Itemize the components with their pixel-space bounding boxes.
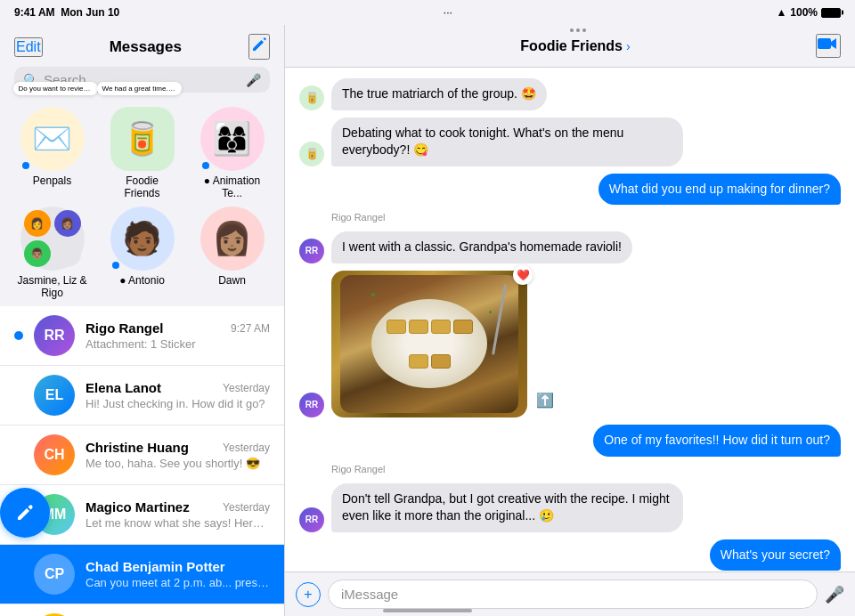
unread-dot-rigo <box>14 331 23 340</box>
message-bubble: Don't tell Grandpa, but I got creative w… <box>331 483 683 532</box>
message-row-sent: One of my favorites!! How did it turn ou… <box>299 425 841 457</box>
svg-rect-0 <box>818 38 831 49</box>
dawn-name: Dawn <box>218 274 246 287</box>
dawn-avatar: 👩🏽 <box>200 207 265 271</box>
jasmine-name: ● Animation Te... <box>197 174 268 199</box>
elena-time: Yesterday <box>223 382 270 394</box>
mic-button[interactable]: 🎤 <box>825 585 844 604</box>
drag-dot <box>582 28 586 32</box>
message-row: 🥫 Debating what to cook tonight. What's … <box>299 118 841 166</box>
status-right: ▲ 100% <box>776 6 841 19</box>
message-row: RR I went with a classic. Grandpa's home… <box>299 231 841 263</box>
status-time: 9:41 AM Mon Jun 10 <box>14 6 119 19</box>
chat-input-area: + iMessage 🎤 <box>285 571 855 616</box>
penpals-unread <box>22 162 29 169</box>
home-indicator <box>383 609 472 612</box>
group-avatar-sm: 🥫 <box>299 142 324 166</box>
chat-panel: Foodie Friends › 🥫 The true matriarch of… <box>285 25 855 616</box>
christine-name: Christine Huang <box>86 440 189 455</box>
antonio-name: ● Antonio <box>119 274 165 287</box>
video-call-button[interactable] <box>816 34 841 58</box>
pinned-row2: 👩 👩🏽 👨🏽 Jasmine, Liz & Rigo 🧑🏾 ● Antonio <box>11 207 273 299</box>
christine-preview: Me too, haha. See you shortly! 😎 <box>86 457 270 470</box>
wifi-icon: ▲ <box>776 6 786 19</box>
pinned-section: Do you want to review all the rend... ✉️… <box>0 100 284 306</box>
rigo-avatar: RR <box>34 315 75 356</box>
message-row: RR Don't tell Grandpa, but I got creativ… <box>299 483 841 532</box>
jasmine-avatar: 👩‍👩‍👦 <box>200 107 265 171</box>
penpals-name: Penpals <box>33 174 71 187</box>
chad-avatar: CP <box>34 554 75 595</box>
messages-panel: Edit Messages 🔍 Search 🎤 <box>0 25 285 616</box>
elena-avatar: EL <box>34 375 75 416</box>
group-avatar-sm: 🥫 <box>299 85 324 110</box>
status-center: ··· <box>444 6 452 19</box>
chat-chevron-icon: › <box>626 39 631 53</box>
battery-icon <box>821 8 841 18</box>
jasmine-liz-avatar: 👩 👩🏽 👨🏽 <box>20 207 85 271</box>
image-message[interactable]: ❤️ ⬆️ <box>331 271 527 417</box>
pinned-item-jasmine[interactable]: 👩‍👩‍👦 ● Animation Te... <box>191 107 273 199</box>
conversation-chad-potter[interactable]: CP Chad Benjamin Potter Can you meet at … <box>0 545 284 604</box>
elena-name: Elena Lanot <box>86 380 161 395</box>
elena-preview: Hi! Just checking in. How did it go? <box>86 397 270 410</box>
chat-title-wrap[interactable]: Foodie Friends › <box>520 38 630 54</box>
edit-button[interactable]: Edit <box>14 37 43 57</box>
pinned-item-jasmine-liz[interactable]: 👩 👩🏽 👨🏽 Jasmine, Liz & Rigo <box>11 207 94 299</box>
rigo-avatar-sm3: RR <box>299 507 324 532</box>
rigo-preview: Attachment: 1 Sticker <box>86 337 270 351</box>
pinned-item-penpals[interactable]: Do you want to review all the rend... ✉️… <box>11 107 94 199</box>
drag-dot <box>570 28 574 32</box>
conversation-jenny-court[interactable]: JC Jenny Court Yesterday Can't wait to s… <box>0 604 284 616</box>
foodie-friends-avatar: 🥫 <box>110 107 175 171</box>
sender-label: Rigo Rangel <box>331 212 841 223</box>
foodie-friends-name: Foodie Friends <box>107 174 178 199</box>
chat-title: Foodie Friends <box>520 38 623 54</box>
rigo-avatar-sm2: RR <box>299 393 324 417</box>
conversation-christine-huang[interactable]: CH Christine Huang Yesterday Me too, hah… <box>0 426 284 485</box>
input-placeholder: iMessage <box>341 587 398 602</box>
rigo-name: Rigo Rangel <box>86 320 164 336</box>
share-button[interactable]: ⬆️ <box>536 392 554 409</box>
message-row-sent: What's your secret? <box>299 539 841 571</box>
pinned-item-dawn[interactable]: 👩🏽 Dawn <box>191 207 273 299</box>
message-row-image: RR <box>299 271 841 417</box>
app-container: Edit Messages 🔍 Search 🎤 <box>0 25 855 616</box>
penpals-bubble: Do you want to review all the rend... <box>13 82 98 95</box>
status-bar: 9:41 AM Mon Jun 10 ··· ▲ 100% <box>0 0 855 25</box>
penpals-avatar: ✉️ <box>20 107 85 171</box>
drag-dot <box>576 28 580 32</box>
magico-preview: Let me know what she says! Here's anothe… <box>86 516 270 530</box>
conversation-list: RR Rigo Rangel 9:27 AM Attachment: 1 Sti… <box>0 306 284 616</box>
search-mic-icon[interactable]: 🎤 <box>246 73 261 87</box>
battery-percent: 100% <box>790 6 818 19</box>
sender-label-rigo2: Rigo Rangel <box>331 464 841 474</box>
compose-button[interactable] <box>248 34 270 60</box>
pinned-item-antonio[interactable]: 🧑🏾 ● Antonio <box>101 207 183 299</box>
magico-name: Magico Martinez <box>86 499 190 515</box>
christine-time: Yesterday <box>223 442 270 454</box>
active-compose-icon[interactable] <box>0 488 50 538</box>
pinned-grid: Do you want to review all the rend... ✉️… <box>11 107 273 199</box>
messages-title: Messages <box>110 38 182 56</box>
pinned-item-foodie-friends[interactable]: We had a great time. Home with... 🥫 Food… <box>101 107 183 199</box>
food-image <box>331 271 527 417</box>
message-bubble-sent: One of my favorites!! How did it turn ou… <box>593 425 841 457</box>
chad-name: Chad Benjamin Potter <box>86 559 225 574</box>
jasmine-unread <box>202 162 209 169</box>
rigo-avatar-sm: RR <box>299 239 324 263</box>
heart-reaction: ❤️ <box>513 265 533 285</box>
message-bubble: Debating what to cook tonight. What's on… <box>331 118 683 166</box>
message-input[interactable]: iMessage <box>328 580 818 609</box>
message-bubble-sent: What's your secret? <box>710 539 841 571</box>
message-row: 🥫 The true matriarch of the group. 🤩 <box>299 78 841 110</box>
rigo-time: 9:27 AM <box>231 322 270 335</box>
message-bubble: I went with a classic. Grandpa's homemad… <box>331 231 632 263</box>
conversation-rigo-rangel[interactable]: RR Rigo Rangel 9:27 AM Attachment: 1 Sti… <box>0 306 284 366</box>
antonio-avatar: 🧑🏾 <box>110 207 175 271</box>
conversation-elena-lanot[interactable]: EL Elena Lanot Yesterday Hi! Just checki… <box>0 366 284 426</box>
message-row-sent: What did you end up making for dinner? <box>299 174 841 206</box>
chad-preview: Can you meet at 2 p.m. ab... presentatio… <box>86 576 270 589</box>
add-button[interactable]: + <box>296 582 321 607</box>
antonio-unread <box>112 262 119 269</box>
